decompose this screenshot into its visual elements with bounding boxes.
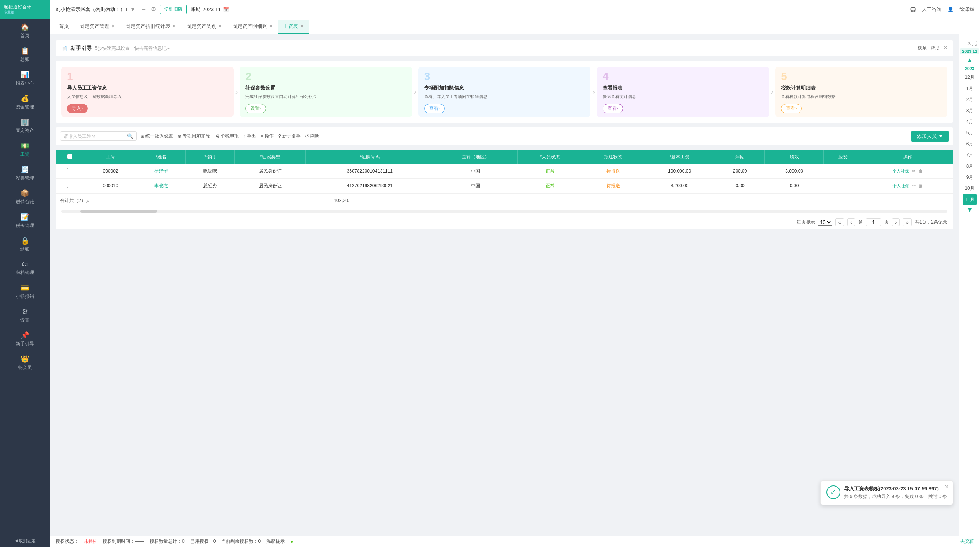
period-selector[interactable]: 账期 2023-11 📅 (191, 6, 229, 13)
toolbar-action-统一社保设置[interactable]: ⊞统一社保设置 (140, 133, 173, 139)
scroll-down-button[interactable]: ▼ (965, 205, 974, 215)
sidebar-item-reimbursement[interactable]: 💳小畅报销 (0, 280, 50, 304)
expand-panel-icon[interactable]: ⛶ (972, 40, 977, 46)
toolbar-action-导出[interactable]: ↑导出 (243, 133, 256, 139)
prev-page-button[interactable]: ‹ (847, 218, 855, 226)
video-link[interactable]: 视频 (918, 45, 927, 51)
tab-工资表[interactable]: 工资表✕ (278, 20, 309, 34)
month-item-7月[interactable]: 7月 (963, 150, 976, 161)
tab-close-icon[interactable]: ✕ (300, 24, 304, 29)
month-item-5月[interactable]: 5月 (963, 127, 976, 139)
scroll-up-button[interactable]: ▲ (965, 56, 974, 65)
tab-close-icon[interactable]: ✕ (269, 24, 273, 29)
step-5: 5 税款计算明细表 查看税款计算过程及明细数据 查看› (775, 67, 947, 117)
edit-icon[interactable]: ✏ (912, 168, 916, 174)
tab-label: 固定资产折旧统计表 (126, 23, 170, 30)
month-item-1月[interactable]: 1月 (963, 83, 976, 94)
account-dropdown-icon[interactable]: ▼ (130, 7, 135, 12)
search-icon[interactable]: 🔍 (127, 133, 133, 139)
month-item-3月[interactable]: 3月 (963, 105, 976, 116)
guide-close-button[interactable]: ✕ (944, 45, 947, 51)
month-item-12月[interactable]: 12月 (963, 72, 976, 83)
month-item-11月[interactable]: 11月 (963, 194, 976, 205)
sidebar-item-settings[interactable]: ⚙设置 (0, 304, 50, 327)
add-person-button[interactable]: 添加人员 ▼ (911, 131, 949, 142)
tab-固定资产折旧统计表[interactable]: 固定资产折旧统计表✕ (120, 20, 181, 34)
sidebar-item-tax[interactable]: 📝税务管理 (0, 209, 50, 233)
calendar-icon[interactable]: 📅 (223, 7, 229, 12)
tab-固定资产类别[interactable]: 固定资产类别✕ (181, 20, 227, 34)
toolbar-action-操作[interactable]: ≡操作 (261, 133, 274, 139)
step-btn-3[interactable]: 查看› (424, 104, 445, 113)
recharge-link[interactable]: 去充值 (960, 538, 974, 545)
sidebar-item-member[interactable]: 👑畅会员 (0, 351, 50, 375)
add-person-dropdown-icon[interactable]: ▼ (938, 133, 943, 139)
row-checkbox[interactable] (67, 168, 72, 173)
toast-close-button[interactable]: ✕ (944, 484, 949, 490)
sidebar-item-assets[interactable]: 🏢固定资产 (0, 114, 50, 138)
toolbar-action-专项附加扣除[interactable]: ⊕专项附加扣除 (178, 133, 210, 139)
search-input[interactable] (64, 134, 125, 139)
sidebar-item-expenses[interactable]: 🧾发票管理 (0, 162, 50, 185)
next-page-button[interactable]: › (892, 218, 900, 226)
row-checkbox-cell (56, 164, 84, 179)
step-btn-5[interactable]: 查看› (781, 104, 802, 113)
employee-action[interactable]: 个人社保 ✏ 🗑 (862, 178, 953, 193)
month-item-2月[interactable]: 2月 (963, 94, 976, 105)
sidebar-item-payroll[interactable]: 💵工资 (0, 138, 50, 162)
help-link[interactable]: 帮助 (931, 45, 940, 51)
page-size-select[interactable]: 10 20 50 (818, 219, 832, 226)
delete-icon[interactable]: 🗑 (918, 183, 923, 188)
month-item-6月[interactable]: 6月 (963, 139, 976, 150)
toolbar-action-新手引导[interactable]: ?新手引导 (278, 133, 301, 139)
sidebar-item-guide[interactable]: 📌新手引导 (0, 327, 50, 351)
help-label[interactable]: 人工咨询 (922, 6, 942, 13)
tab-close-icon[interactable]: ✕ (111, 24, 115, 29)
sidebar-item-finance[interactable]: 💰资金管理 (0, 90, 50, 114)
sidebar-pin-toggle[interactable]: ◀取消固定 (0, 535, 50, 547)
toolbar-action-刷新[interactable]: ↺刷新 (305, 133, 319, 139)
tab-close-icon[interactable]: ✕ (218, 24, 222, 29)
first-page-button[interactable]: « (835, 218, 844, 226)
step-btn-2[interactable]: 设置› (245, 104, 266, 113)
tab-固定资产管理[interactable]: 固定资产管理✕ (74, 20, 120, 34)
row-checkbox[interactable] (67, 183, 72, 188)
tab-固定资产明细账[interactable]: 固定资产明细账✕ (227, 20, 278, 34)
tab-close-icon[interactable]: ✕ (172, 24, 176, 29)
employee-name[interactable]: 徐泽华 (137, 164, 186, 179)
step-btn-4[interactable]: 查看› (603, 104, 623, 113)
sidebar-item-close[interactable]: 🔒结账 (0, 233, 50, 256)
help-icon[interactable]: 🎧 (910, 7, 916, 12)
switch-version-button[interactable]: 切到旧版 (160, 5, 187, 14)
toolbar-action-个税申报[interactable]: 🖨个税申报 (215, 133, 239, 139)
tab-首页[interactable]: 首页 (54, 20, 74, 34)
page-input[interactable] (866, 218, 881, 226)
settings-icon[interactable]: ⚙ (151, 5, 156, 13)
last-page-button[interactable]: » (903, 218, 911, 226)
select-all-checkbox[interactable] (67, 154, 72, 159)
step-title-5: 税款计算明细表 (781, 85, 942, 91)
month-item-4月[interactable]: 4月 (963, 116, 976, 127)
close-panel-icon[interactable]: ✕ (967, 40, 972, 46)
guide-document-icon: 📄 (61, 46, 67, 51)
page-size-label: 每页显示 (797, 219, 815, 225)
account-selector[interactable]: 刘小艳演示账套（勿删勿动！）1 ▼ (56, 6, 135, 13)
delete-icon[interactable]: 🗑 (918, 168, 923, 174)
table-scrollbar-thumb[interactable] (80, 210, 157, 213)
sidebar-item-home[interactable]: 🏠首页 (0, 19, 50, 43)
sidebar-item-ledger[interactable]: 📋总账 (0, 43, 50, 67)
month-item-9月[interactable]: 9月 (963, 172, 976, 183)
employee-name[interactable]: 李俊杰 (137, 178, 186, 193)
table-scrollbar[interactable] (61, 210, 947, 213)
step-btn-1[interactable]: 导入› (67, 104, 88, 113)
sidebar-item-inventory[interactable]: 📦进销台账 (0, 185, 50, 209)
add-icon[interactable]: ＋ (141, 5, 147, 13)
table-row: 000010 李俊杰 总经办 居民身份证 412702198206290521 … (56, 178, 953, 193)
month-item-8月[interactable]: 8月 (963, 161, 976, 172)
edit-icon[interactable]: ✏ (912, 183, 916, 188)
employee-action[interactable]: 个人社保 ✏ 🗑 (862, 164, 953, 179)
sidebar-item-archive[interactable]: 🗂归档管理 (0, 256, 50, 280)
month-item-10月[interactable]: 10月 (963, 183, 976, 194)
toolbar-actions: ⊞统一社保设置⊕专项附加扣除🖨个税申报↑导出≡操作?新手引导↺刷新 (140, 133, 319, 139)
sidebar-item-reports[interactable]: 📊报表中心 (0, 67, 50, 90)
